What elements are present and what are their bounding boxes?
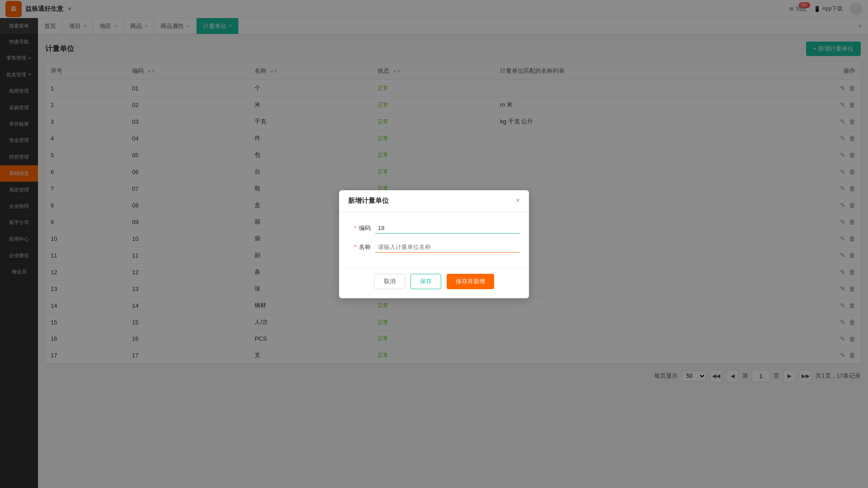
dialog-title: 新增计量单位 (348, 197, 389, 205)
code-input[interactable] (375, 223, 520, 234)
dialog-close-button[interactable]: × (516, 197, 520, 204)
add-unit-dialog: 新增计量单位 × * 编码 * 名称 取消 保存 保存并新增 (339, 190, 529, 298)
dialog-footer: 取消 保存 保存并新增 (339, 268, 529, 298)
dialog-header: 新增计量单位 × (339, 190, 529, 212)
dialog-body: * 编码 * 名称 (339, 212, 529, 268)
required-marker: * (354, 225, 356, 231)
dialog-overlay: 新增计量单位 × * 编码 * 名称 取消 保存 保存并新增 (0, 0, 868, 488)
required-marker-name: * (354, 244, 356, 250)
name-label: * 名称 (348, 243, 375, 251)
save-button[interactable]: 保存 (410, 274, 441, 289)
code-label: * 编码 (348, 224, 375, 232)
cancel-button[interactable]: 取消 (374, 274, 405, 289)
form-row-code: * 编码 (348, 223, 520, 234)
name-input[interactable] (375, 242, 520, 253)
save-and-new-button[interactable]: 保存并新增 (447, 274, 494, 289)
form-row-name: * 名称 (348, 242, 520, 253)
